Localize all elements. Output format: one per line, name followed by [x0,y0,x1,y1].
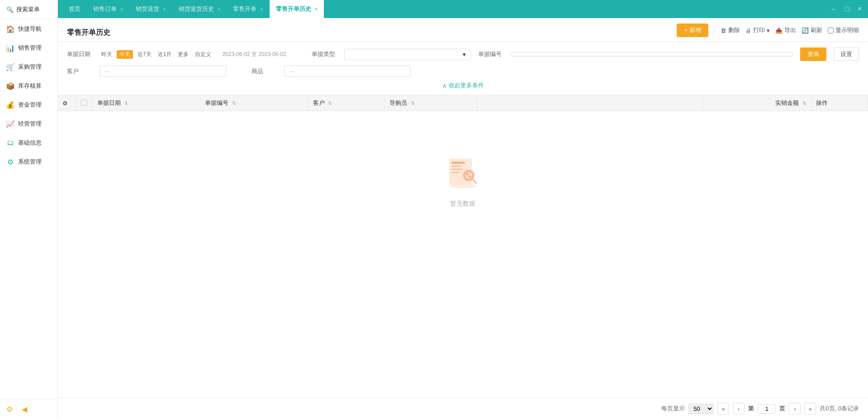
tab-retail-open-history-label: 零售开单历史 [276,5,311,13]
search-button[interactable]: 查询 [800,47,826,61]
sidebar-item-quick-nav[interactable]: 🏠 快捷导航 [0,19,57,38]
tab-sales-return-history-close[interactable]: × [218,6,220,12]
tab-retail-open[interactable]: 零售开单 × [227,0,269,18]
sidebar-item-purchase-mgmt[interactable]: 🛒 采购管理 [0,57,57,76]
th-date[interactable]: 单据日期 ⇅ [92,95,200,111]
sidebar-item-finance-mgmt[interactable]: 💰 资金管理 [0,95,57,114]
collapse-row: ∧ 收起更多条件 [67,81,859,89]
type-select[interactable]: ▾ [344,49,471,60]
tab-sales-order-label: 销售订单 [93,5,117,13]
export-button[interactable]: 📤 导出 [775,26,796,34]
sort-customer-icon: ⇅ [328,100,332,106]
chart-icon: 📊 [6,44,14,52]
sidebar-item-sys-mgmt[interactable]: ⚙ 系统管理 [0,152,57,171]
refresh-icon: 🔄 [802,27,809,34]
export-label: 导出 [784,26,796,34]
product-input[interactable]: ··· [284,66,411,77]
show-detail-checkbox[interactable]: 显示明细 [828,26,859,34]
tab-retail-open-close[interactable]: × [260,6,263,12]
tab-bar: 首页 销售订单 × 销货退货 × 销货退货历史 × 零售开单 × 零售开单历史 … [58,0,868,18]
sidebar-search[interactable]: 🔍 搜索菜单 [0,0,57,19]
type-label: 单据类型 [312,50,337,58]
content-header: 零售开单历史 + 新增 | 🗑 删除 🖨 打印 ▾ 📤 导出 🔄 刷新 [58,18,868,42]
print-button[interactable]: 🖨 打印 ▾ [745,26,770,34]
table-header-row: ⚙ 单据日期 ⇅ 单据编号 ⇅ 客户 ⇅ [58,95,868,111]
last-page-button[interactable]: » [804,403,816,414]
tab-sales-order[interactable]: 销售订单 × [87,0,129,18]
empty-row: 暂无数据 [58,111,868,245]
sidebar-item-basic-info[interactable]: 🗂 基础信息 [0,133,57,152]
th-checkbox[interactable] [76,95,92,111]
date-shortcut-yesterday[interactable]: 昨天 [100,50,114,59]
tab-sales-return[interactable]: 销货退货 × [129,0,172,18]
sidebar-item-ops-mgmt[interactable]: 📈 经营管理 [0,114,57,133]
tab-sales-order-close[interactable]: × [120,6,123,12]
home-icon: 🏠 [6,25,14,33]
minimize-button[interactable]: － [828,5,839,14]
per-page-select[interactable]: 50 20 100 [688,404,714,414]
sidebar-item-inventory[interactable]: 📦 库存核算 [0,76,57,95]
sidebar-item-label: 经营管理 [18,120,42,128]
show-detail-input[interactable] [828,28,834,33]
tab-sales-return-label: 销货退货 [136,5,159,13]
svg-rect-2 [451,162,465,164]
tab-retail-open-history[interactable]: 零售开单历史 × [270,0,324,18]
folder-icon: 🗂 [6,139,14,147]
sort-number-icon: ⇅ [232,100,236,106]
th-number[interactable]: 单据编号 ⇅ [200,95,308,111]
date-range-display: 2023-06-02 至 2023-06-02 [222,51,286,58]
ops-icon: 📈 [6,120,14,128]
empty-cell: 暂无数据 [58,111,868,245]
date-shortcut-1month[interactable]: 近1月 [156,50,174,59]
th-amount[interactable]: 实销金额 ⇅ [703,95,811,111]
tab-retail-open-history-close[interactable]: × [315,6,318,12]
tab-home[interactable]: 首页 [62,0,87,18]
print-dropdown-icon: ▾ [767,27,770,34]
refresh-button[interactable]: 🔄 刷新 [802,26,822,34]
sidebar-item-sales-mgmt[interactable]: 📊 销售管理 [0,38,57,57]
number-input[interactable] [511,52,793,56]
th-guide[interactable]: 导购员 ⇅ [385,95,477,111]
tab-retail-open-label: 零售开单 [233,5,256,13]
close-button[interactable]: × [856,5,863,13]
collapse-icon[interactable]: ◀ [22,405,27,414]
th-settings[interactable]: ⚙ [58,95,76,111]
sidebar-item-label: 快捷导航 [18,25,42,33]
date-shortcut-today[interactable]: 今天 [117,50,133,59]
sidebar: 🔍 搜索菜单 🏠 快捷导航 📊 销售管理 🛒 采购管理 📦 库存核算 💰 资金管… [0,0,58,419]
select-all-checkbox[interactable] [81,99,87,106]
settings-button[interactable]: 设置 [834,47,859,61]
gear-icon: ⚙ [6,158,14,166]
date-shortcut-custom[interactable]: 自定义 [193,50,213,59]
next-page-button[interactable]: › [789,403,801,414]
header-actions: + 新增 | 🗑 删除 🖨 打印 ▾ 📤 导出 🔄 刷新 显示明细 [677,24,859,42]
page-title: 零售开单历史 [67,28,110,38]
delete-button[interactable]: 🗑 删除 [721,26,740,34]
sort-date-icon: ⇅ [124,100,128,106]
table-gear-icon[interactable]: ⚙ [62,100,68,107]
customer-input[interactable]: ··· [100,66,226,77]
maximize-button[interactable]: □ [843,5,851,13]
empty-illustration [440,147,485,193]
date-shortcut-more[interactable]: 更多 [176,50,190,59]
first-page-button[interactable]: « [717,403,729,414]
customer-label: 客户 [67,67,92,75]
date-shortcut-7days[interactable]: 近7天 [136,50,153,59]
tab-sales-return-history[interactable]: 销货退货历史 × [172,0,227,18]
page-input[interactable] [758,404,776,414]
th-customer[interactable]: 客户 ⇅ [308,95,384,111]
prev-page-button[interactable]: ‹ [733,403,745,414]
tab-sales-return-history-label: 销货退货历史 [179,5,214,13]
th-number-label: 单据编号 [205,99,228,106]
sidebar-item-label: 采购管理 [18,63,42,71]
collapse-button[interactable]: ∧ 收起更多条件 [442,81,484,89]
th-customer-label: 客户 [313,99,325,106]
sort-amount-icon: ⇅ [802,100,806,106]
tab-sales-return-close[interactable]: × [163,6,166,12]
pagination: 每页显示 50 20 100 « ‹ 第 页 › » 共0页, 0条记录 [58,398,868,419]
table-wrapper: ⚙ 单据日期 ⇅ 单据编号 ⇅ 客户 ⇅ [58,95,868,398]
settings-icon[interactable]: ⚙ [6,405,13,414]
total-info: 共0页, 0条记录 [820,405,859,413]
add-button[interactable]: + 新增 [677,24,708,37]
table-body: 暂无数据 [58,111,868,245]
